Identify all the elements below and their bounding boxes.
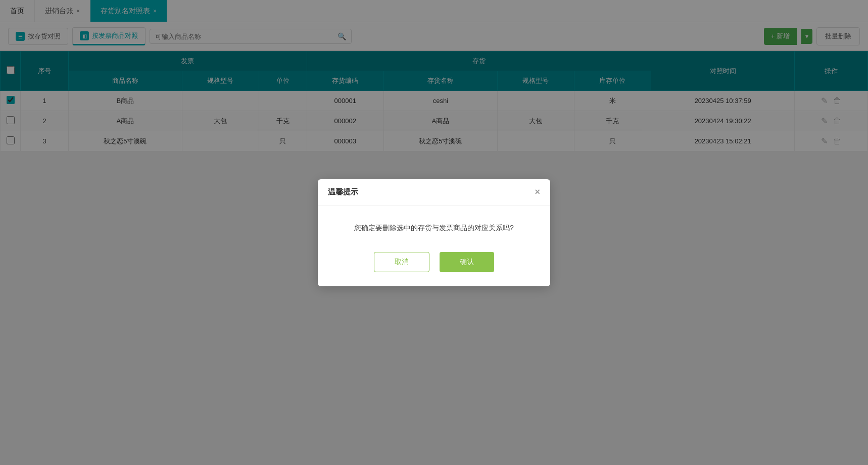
overlay: 温馨提示 × 您确定要删除选中的存货与发票商品的对应关系吗? 取消 确认 [0,0,868,151]
